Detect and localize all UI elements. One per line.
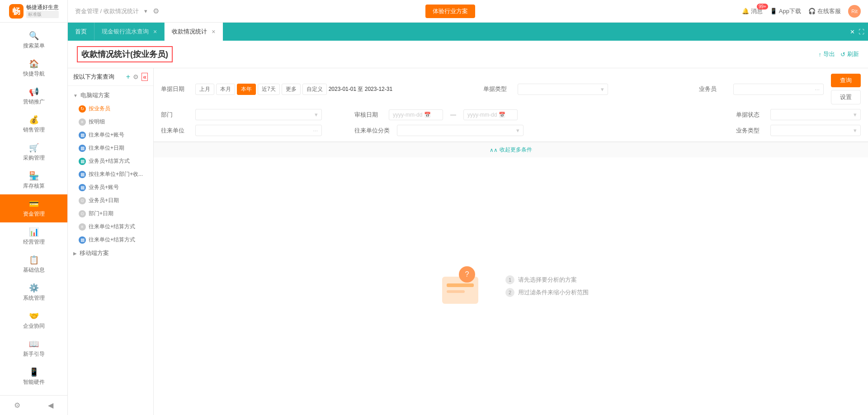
step-num-2: 2 — [505, 288, 514, 297]
trial-button[interactable]: 体验行业方案 — [425, 5, 475, 18]
sidebar-item-hardware[interactable]: 📱 智能硬件 — [0, 363, 67, 391]
sidebar-item-label: 系统管理 — [23, 294, 45, 302]
sidebar-item-sales[interactable]: 💰 销售管理 — [0, 110, 67, 138]
tab-bank[interactable]: 现金银行流水查询 × — [94, 23, 165, 41]
sidebar-item-label: 库存核算 — [23, 182, 45, 190]
page-title: 收款情况统计(按业务员) — [77, 46, 173, 62]
add-scheme-icon[interactable]: + — [126, 73, 130, 81]
date-btn-this-year[interactable]: 本年 — [237, 84, 256, 95]
settings-bottom-icon[interactable]: ⚙ — [14, 401, 20, 410]
sidebar-item-label: 新手引导 — [23, 350, 45, 358]
scheme-icon-blue: ▦ — [79, 132, 86, 139]
enterprise-nav-icon: 🤝 — [29, 311, 39, 321]
sidebar-item-quick[interactable]: 🏠 快捷导航 — [0, 54, 67, 82]
doc-status-select[interactable]: ▾ — [770, 109, 861, 120]
scheme-item-by-salesman[interactable]: ↻ 按业务员 — [68, 102, 153, 115]
maximize-icon[interactable]: ⛶ — [859, 28, 864, 35]
bank-tab-close-icon[interactable]: × — [153, 28, 157, 35]
receipt-tab-close-icon[interactable]: × — [212, 28, 215, 35]
dept-select[interactable]: ▾ — [195, 109, 322, 120]
audit-date-end-text: yyyy-mm-dd — [467, 112, 497, 118]
topbar-gear-icon[interactable]: ⚙ — [153, 7, 159, 15]
date-btn-7days[interactable]: 近7天 — [258, 84, 280, 95]
audit-date-start[interactable]: yyyy-mm-dd 📅 — [389, 109, 443, 120]
query-button[interactable]: 查询 — [831, 74, 861, 87]
partner-filter-label: 往来单位 — [161, 127, 188, 135]
sidebar-item-guide[interactable]: 📖 新手引导 — [0, 335, 67, 363]
date-btn-custom[interactable]: 自定义 — [302, 84, 327, 95]
scheme-item-salesman-date[interactable]: ⊙ 业务员+日期 — [68, 194, 153, 207]
scheme-item-label: 往来单位+结算方式 — [89, 236, 135, 244]
scheme-item-partner-account[interactable]: ▦ 往来单位+账号 — [68, 128, 153, 141]
collapse-button[interactable]: ∧∧ 收起更多条件 — [490, 146, 532, 154]
doc-type-select[interactable]: ▾ — [518, 84, 608, 95]
service-label: 在线客服 — [817, 7, 841, 15]
more-icon[interactable]: ··· — [815, 86, 820, 93]
sidebar-item-inventory[interactable]: 🏪 库存核算 — [0, 166, 67, 194]
scheme-item-label: 按明细 — [89, 118, 105, 126]
date-filter-group: 上月 本月 本年 近7天 更多 自定义 2023-01-01 至 2023-12… — [195, 84, 392, 95]
scheme-item-partner-dept[interactable]: ▦ 按往来单位+部门+收... — [68, 168, 153, 181]
scheme-item-dept-date[interactable]: ⊙ 部门+日期 — [68, 207, 153, 220]
scheme-icon-gray2: ⊙ — [79, 197, 86, 204]
tab-home[interactable]: 首页 — [68, 23, 94, 41]
scheme-item-partner-settle2[interactable]: ▦ 往来单位+结算方式 — [68, 233, 153, 246]
scheme-item-partner-date[interactable]: ▦ 往来单位+日期 — [68, 141, 153, 155]
audit-date-end[interactable]: yyyy-mm-dd 📅 — [463, 109, 518, 120]
setting-button[interactable]: 设置 — [831, 90, 861, 104]
sidebar-item-system[interactable]: ⚙️ 系统管理 — [0, 278, 67, 307]
user-avatar[interactable]: Rit — [848, 5, 861, 18]
sidebar-item-operations[interactable]: 📊 经营管理 — [0, 222, 67, 250]
mobile-group-label: 移动端方案 — [80, 249, 109, 257]
calendar-icon2[interactable]: 📅 — [499, 112, 505, 118]
partner-type-label: 往来单位分类 — [354, 127, 390, 135]
salesman-select[interactable]: ··· — [733, 84, 824, 95]
mobile-group-header[interactable]: ▶ 移动端方案 — [68, 246, 153, 260]
sidebar-item-basic[interactable]: 📋 基础信息 — [0, 250, 67, 278]
scheme-item-salesman-settle[interactable]: ▦ 业务员+结算方式 — [68, 155, 153, 168]
sidebar-item-enterprise[interactable]: 🤝 企业协同 — [0, 307, 67, 335]
sidebar-nav: 🔍 搜索菜单 🏠 快捷导航 📢 营销推广 💰 销售管理 🛒 采购管理 🏪 库存核… — [0, 23, 67, 395]
refresh-button[interactable]: ↺ 刷新 — [840, 50, 859, 58]
online-service-button[interactable]: 🎧 在线客服 — [808, 7, 841, 15]
export-button[interactable]: ↑ 导出 — [819, 50, 835, 58]
bank-tab-label: 现金银行流水查询 — [102, 28, 149, 36]
partner-type-select[interactable]: ▾ — [397, 125, 524, 136]
date-range-text: 2023-01-01 至 2023-12-31 — [329, 85, 392, 93]
breadcrumb-dropdown-icon[interactable]: ▾ — [144, 8, 147, 14]
tab-receipt[interactable]: 收款情况统计 × — [165, 23, 223, 41]
scheme-item-label: 往来单位+结算方式 — [89, 223, 135, 231]
desktop-group-header[interactable]: ▼ 电脑端方案 — [68, 89, 153, 102]
sidebar-item-marketing[interactable]: 📢 营销推广 — [0, 82, 67, 110]
scheme-item-label: 业务员+日期 — [89, 197, 119, 204]
app-download-button[interactable]: 📱 App下载 — [770, 7, 801, 15]
date-btn-last-month[interactable]: 上月 — [195, 84, 214, 95]
date-btn-this-month[interactable]: 本月 — [216, 84, 235, 95]
mobile-group-arrow-icon: ▶ — [73, 251, 77, 256]
filter-row-partner: 往来单位 ··· 往来单位分类 ▾ 业务类型 — [161, 125, 861, 136]
sidebar-item-wechat[interactable]: 💬 企业微信 — [0, 391, 67, 395]
scheme-item-by-detail[interactable]: ≡ 按明细 — [68, 115, 153, 128]
collapse-panel-icon[interactable]: « — [142, 73, 148, 81]
scheme-item-label: 部门+日期 — [89, 210, 113, 217]
sidebar-item-label: 采购管理 — [23, 154, 45, 162]
close-all-icon[interactable]: ✕ — [850, 28, 855, 35]
scheme-icon-gray: ≡ — [79, 118, 86, 126]
partner-more-icon[interactable]: ··· — [313, 127, 318, 134]
scheme-settings-icon[interactable]: ⚙ — [133, 73, 139, 80]
tabbar-actions: ✕ ⛶ — [850, 28, 868, 35]
partner-select[interactable]: ··· — [195, 125, 322, 136]
home-nav-icon: 🏠 — [29, 59, 39, 69]
biz-type-select[interactable]: ▾ — [770, 125, 861, 136]
svg-rect-1 — [447, 283, 474, 287]
sidebar-item-search[interactable]: 🔍 搜索菜单 — [0, 26, 67, 54]
message-button[interactable]: 🔔 消息 99+ — [742, 7, 763, 15]
collapse-sidebar-icon[interactable]: ◀ — [48, 401, 53, 410]
sidebar-item-funds[interactable]: 💳 资金管理 — [0, 194, 67, 222]
sidebar-item-purchase[interactable]: 🛒 采购管理 — [0, 138, 67, 166]
date-btn-more[interactable]: 更多 — [282, 84, 301, 95]
scheme-icon-gray3: ⊙ — [79, 210, 86, 217]
calendar-icon[interactable]: 📅 — [424, 112, 431, 118]
scheme-item-salesman-account[interactable]: ▦ 业务员+账号 — [68, 181, 153, 194]
scheme-item-partner-settle1[interactable]: ≡ 往来单位+结算方式 — [68, 220, 153, 233]
